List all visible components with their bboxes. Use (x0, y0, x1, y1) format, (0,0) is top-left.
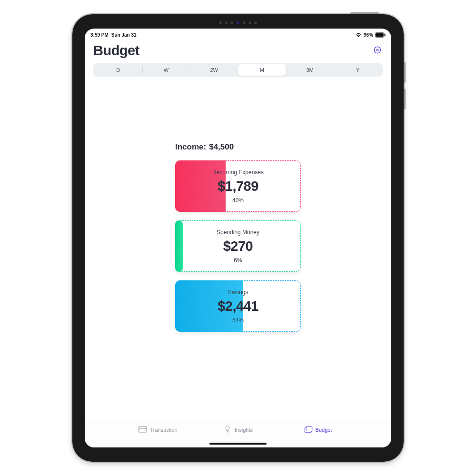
tab-label: Budget (316, 427, 332, 433)
svg-rect-2 (385, 34, 386, 36)
tab-insights[interactable]: Insights (198, 426, 278, 434)
segment-2w[interactable]: 2W (190, 64, 238, 76)
wifi-icon (355, 32, 362, 37)
budget-card-savings[interactable]: Savings$2,44154% (175, 280, 301, 332)
period-segmented-control: DW2WM3MY (85, 63, 391, 77)
ipad-frame: 3:59 PM Sun Jan 31 96% (72, 14, 404, 462)
device-volume-down (404, 89, 406, 109)
budget-card-recurring[interactable]: Recurring Expenses$1,78940% (175, 160, 301, 212)
main-content: Income: $4,500 Recurring Expenses$1,7894… (85, 77, 391, 421)
segment-w[interactable]: W (142, 64, 190, 76)
status-time: 3:59 PM (90, 32, 109, 38)
income-value: $4,500 (209, 142, 234, 152)
tab-label: Insights (235, 427, 253, 433)
status-battery-pct: 96% (364, 32, 373, 38)
card-amount: $1,789 (218, 178, 258, 194)
battery-icon (375, 32, 386, 38)
device-volume-up (404, 62, 406, 83)
tab-budget[interactable]: Budget (278, 426, 358, 434)
tab-bar: TransactionInsightsBudget (85, 421, 391, 447)
header: Budget (85, 39, 391, 63)
income-label: Income: (175, 142, 206, 152)
budget-icon (304, 426, 313, 434)
card-title: Recurring Expenses (212, 169, 264, 176)
income-summary: Income: $4,500 (175, 142, 301, 152)
svg-rect-1 (376, 33, 384, 37)
segment-m[interactable]: M (238, 64, 286, 76)
device-power-button (350, 12, 379, 14)
card-title: Spending Money (217, 229, 259, 236)
gear-icon (373, 45, 382, 57)
transaction-icon (139, 426, 147, 434)
card-amount: $2,441 (218, 298, 258, 314)
card-labels: Recurring Expenses$1,78940% (175, 160, 301, 212)
svg-point-4 (377, 49, 378, 51)
svg-rect-9 (306, 426, 312, 431)
card-title: Savings (228, 289, 248, 296)
segment-y[interactable]: Y (334, 64, 382, 76)
insights-icon (223, 426, 232, 434)
page-title: Budget (93, 43, 139, 59)
budget-card-spending[interactable]: Spending Money$2706% (175, 220, 301, 272)
card-percent: 40% (232, 197, 244, 204)
home-indicator (209, 443, 267, 445)
card-labels: Savings$2,44154% (175, 280, 301, 332)
screen: 3:59 PM Sun Jan 31 96% (85, 29, 391, 447)
status-bar: 3:59 PM Sun Jan 31 96% (85, 29, 391, 39)
segment-3m[interactable]: 3M (286, 64, 334, 76)
tab-transaction[interactable]: Transaction (118, 426, 198, 434)
tab-label: Transaction (150, 427, 177, 433)
svg-rect-5 (139, 426, 147, 432)
card-labels: Spending Money$2706% (175, 220, 301, 272)
card-percent: 54% (232, 317, 244, 324)
status-date: Sun Jan 31 (111, 32, 137, 38)
segment-d[interactable]: D (94, 64, 142, 76)
card-amount: $270 (223, 238, 253, 254)
device-sensor-cluster (219, 21, 257, 25)
card-percent: 6% (234, 257, 242, 264)
settings-button[interactable] (372, 46, 383, 56)
